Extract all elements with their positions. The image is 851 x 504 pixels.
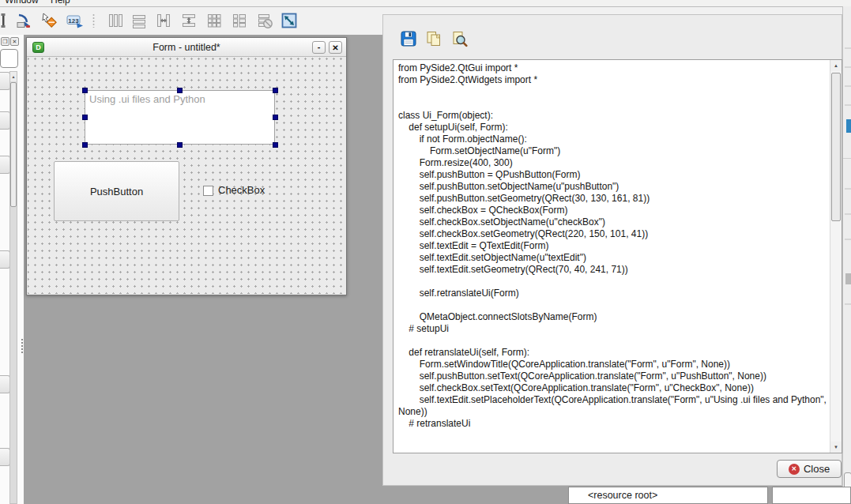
menu-item-help[interactable]: Help — [51, 0, 70, 6]
layout-grid-icon — [206, 13, 222, 28]
dock-close-button[interactable]: ✕ — [10, 37, 19, 46]
selection-handle[interactable] — [177, 88, 183, 93]
edit-buddies-button[interactable] — [39, 9, 61, 32]
selection-handle[interactable] — [82, 88, 88, 93]
copy-button[interactable] — [424, 28, 444, 49]
widget-filter-input[interactable] — [0, 49, 18, 68]
layout-vertically-icon — [131, 13, 147, 28]
scroll-down-icon[interactable]: ▼ — [830, 442, 842, 453]
adjust-size-icon — [281, 12, 298, 29]
layout-horizontal-splitter-button[interactable] — [153, 9, 175, 32]
find-button[interactable] — [449, 28, 469, 49]
selection-handle[interactable] — [177, 142, 183, 148]
selection-handle[interactable] — [82, 115, 88, 120]
divider — [843, 158, 851, 159]
layout-horizontally-button[interactable] — [104, 9, 126, 32]
scroll-up-icon[interactable]: ▲ — [830, 60, 842, 71]
find-icon — [450, 30, 468, 47]
layout-grid-button[interactable] — [203, 9, 225, 32]
dock-float-button[interactable]: ❐ — [1, 37, 9, 46]
resource-tree-panel: <resource root> — [568, 487, 768, 504]
edit-widgets-icon — [0, 13, 7, 28]
layout-vertically-button[interactable] — [128, 9, 150, 32]
layout-vertical-splitter-icon — [181, 13, 197, 28]
form-window-titlebar[interactable]: D Form - untitled* - ✕ — [27, 38, 346, 57]
save-button[interactable] — [398, 28, 419, 49]
row-fragment — [845, 273, 851, 284]
tick-mark — [845, 66, 851, 68]
qt-designer-screen: Window Help — [0, 0, 851, 504]
edit-signals-slots-icon — [16, 13, 32, 28]
checkbox-indicator[interactable] — [203, 186, 213, 196]
selection-handle[interactable] — [273, 142, 278, 148]
selected-row-highlight — [846, 119, 851, 133]
copy-icon — [425, 30, 442, 47]
edit-tab-order-icon: 123 — [66, 13, 84, 28]
right-dock-sliver — [842, 6, 851, 504]
close-button-label: Close — [804, 463, 830, 475]
resource-list-panel — [772, 487, 851, 504]
form-canvas[interactable]: Using .ui files and Python PushButton Ch… — [28, 58, 345, 294]
tick-mark — [845, 213, 851, 215]
selection-handle[interactable] — [273, 115, 278, 120]
adjust-size-button[interactable] — [278, 9, 300, 32]
toolbar-separator — [92, 13, 95, 28]
tick-mark — [845, 47, 851, 49]
edit-tab-order-button[interactable]: 123 — [64, 9, 86, 32]
form-window-title: Form - untitled* — [27, 38, 346, 57]
layout-horizontally-icon — [107, 13, 122, 28]
layout-horizontal-splitter-icon — [156, 13, 171, 28]
scrollbar-thumb[interactable] — [831, 73, 841, 221]
pushbutton-widget[interactable]: PushButton — [54, 161, 179, 221]
scroll-up-icon[interactable]: ▲ — [10, 72, 17, 81]
panel-resize-grip[interactable] — [21, 338, 24, 354]
selection-handle[interactable] — [82, 142, 88, 148]
layout-vertical-splitter-button[interactable] — [178, 9, 200, 32]
menu-item-window[interactable]: Window — [5, 0, 39, 6]
break-layout-button[interactable] — [254, 9, 276, 32]
code-view[interactable]: from PySide2.QtGui import * from PySide2… — [393, 59, 842, 453]
layout-form-button[interactable] — [228, 9, 250, 32]
widget-box-panel: ❐ ✕ ▲ — [0, 35, 24, 504]
form-editor-window: D Form - untitled* - ✕ Using .ui files a… — [26, 37, 347, 295]
tick-mark — [845, 188, 851, 190]
close-red-icon: ✕ — [789, 464, 800, 475]
tick-mark — [845, 85, 851, 87]
checkbox-widget[interactable]: CheckBox — [218, 184, 265, 196]
resource-root-item[interactable]: <resource root> — [569, 487, 767, 501]
tick-mark — [845, 303, 851, 305]
code-preview-dialog: from PySide2.QtGui import * from PySide2… — [382, 14, 842, 486]
code-scrollbar[interactable]: ▲ ▼ — [830, 60, 842, 453]
edit-signals-slots-button[interactable] — [13, 9, 35, 32]
break-layout-icon — [257, 13, 273, 28]
save-icon — [400, 30, 417, 47]
tick-mark — [845, 104, 851, 106]
close-window-button[interactable]: ✕ — [329, 41, 342, 54]
textedit-placeholder: Using .ui files and Python — [85, 91, 274, 107]
close-dialog-button[interactable]: ✕ Close — [777, 460, 842, 478]
edit-buddies-icon — [42, 13, 58, 28]
minimize-button[interactable]: - — [312, 41, 326, 54]
textedit-widget[interactable]: Using .ui files and Python — [85, 90, 275, 145]
generated-code-text: from PySide2.QtGui import * from PySide2… — [393, 60, 830, 453]
tick-mark — [845, 239, 851, 240]
scrollbar-thumb[interactable] — [10, 82, 17, 207]
selection-handle[interactable] — [273, 88, 278, 93]
menu-bar: Window Help — [0, 0, 851, 7]
edit-widgets-button[interactable] — [0, 9, 10, 32]
svg-text:123: 123 — [68, 17, 79, 24]
layout-form-icon — [232, 13, 247, 28]
widget-box-scrollbar[interactable]: ▲ — [9, 71, 17, 504]
